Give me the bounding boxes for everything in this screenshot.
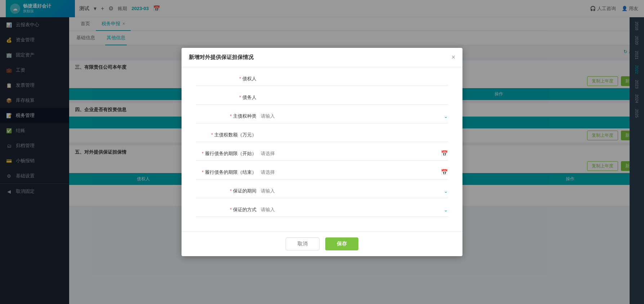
guarantee-method-chevron-icon[interactable]: ⌄ <box>444 207 448 213</box>
debtor-label: * 债务人 <box>196 94 261 101</box>
form-row-debtor: * 债务人 <box>196 93 448 105</box>
period-start-wrap: 📅 <box>261 149 448 158</box>
guarantee-method-input[interactable] <box>261 205 441 214</box>
claim-type-input[interactable] <box>261 112 441 120</box>
guarantee-method-wrap: ⌄ <box>261 205 448 214</box>
guarantee-period-input[interactable] <box>261 187 441 195</box>
creditor-input[interactable] <box>261 74 448 83</box>
modal-header: 新增对外提供保证担保情况 × <box>182 48 462 67</box>
guarantee-period-wrap: ⌄ <box>261 187 448 195</box>
guarantee-period-chevron-icon[interactable]: ⌄ <box>444 188 448 194</box>
modal-overlay[interactable]: 新增对外提供保证担保情况 × * 债权人 * 债务人 <box>0 0 644 304</box>
cancel-button[interactable]: 取消 <box>286 237 319 250</box>
guarantee-method-label: * 保证的方式 <box>196 207 261 213</box>
form-row-claim-amount: * 主债权数额（万元） <box>196 131 448 142</box>
period-end-label: * 履行债务的期限（结束） <box>196 169 261 176</box>
form-row-guarantee-method: * 保证的方式 ⌄ <box>196 205 448 217</box>
claim-type-select-wrap: ⌄ <box>261 112 448 120</box>
claim-amount-label: * 主债权数额（万元） <box>196 132 261 138</box>
form-row-creditor: * 债权人 <box>196 74 448 86</box>
form-row-guarantee-period: * 保证的期间 ⌄ <box>196 187 448 198</box>
modal: 新增对外提供保证担保情况 × * 债权人 * 债务人 <box>182 48 462 256</box>
guarantee-period-label: * 保证的期间 <box>196 188 261 194</box>
modal-close-button[interactable]: × <box>451 54 455 61</box>
modal-footer: 取消 保存 <box>182 231 462 256</box>
period-end-wrap: 📅 <box>261 168 448 176</box>
form-row-claim-type: * 主债权种类 ⌄ <box>196 112 448 123</box>
modal-title: 新增对外提供保证担保情况 <box>189 54 254 61</box>
claim-amount-input[interactable] <box>261 131 448 139</box>
period-start-calendar-icon[interactable]: 📅 <box>441 150 448 157</box>
period-end-input[interactable] <box>261 168 438 176</box>
claim-type-chevron-icon[interactable]: ⌄ <box>444 113 448 119</box>
period-end-calendar-icon[interactable]: 📅 <box>441 169 448 176</box>
modal-body: * 债权人 * 债务人 * 主债权种类 <box>182 67 462 231</box>
debtor-input[interactable] <box>261 93 448 101</box>
form-row-period-start: * 履行债务的期限（开始） 📅 <box>196 149 448 161</box>
period-start-label: * 履行债务的期限（开始） <box>196 150 261 157</box>
creditor-label: * 债权人 <box>196 76 261 82</box>
save-button[interactable]: 保存 <box>325 237 358 250</box>
form-row-period-end: * 履行债务的期限（结束） 📅 <box>196 168 448 180</box>
period-start-input[interactable] <box>261 149 438 158</box>
claim-type-label: * 主债权种类 <box>196 113 261 119</box>
